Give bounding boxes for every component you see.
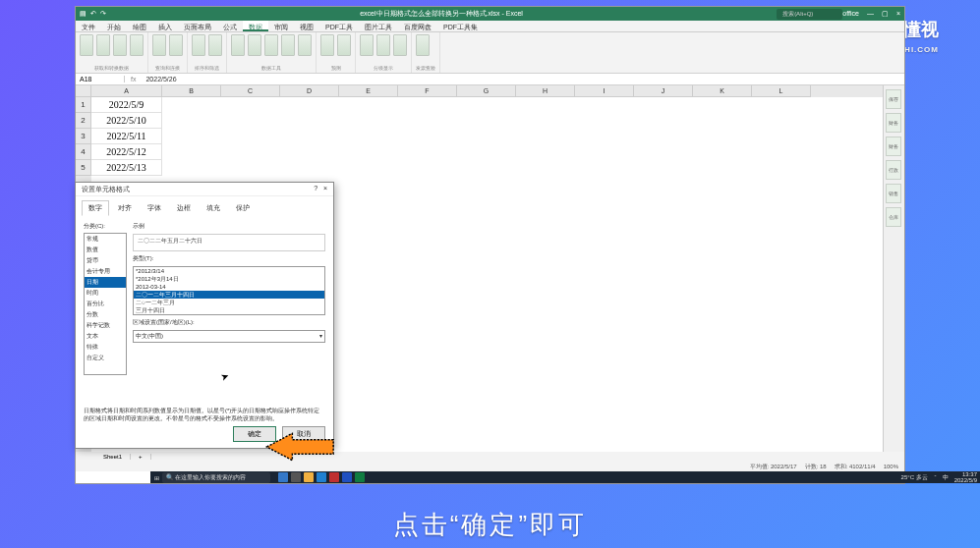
weather[interactable]: 25°C 多云 <box>901 473 928 482</box>
col-header[interactable]: L <box>752 85 811 97</box>
row-header[interactable]: 2 <box>76 113 91 129</box>
type-item-selected[interactable]: 二〇一二年三月十四日 <box>134 291 324 299</box>
tab-review[interactable]: 审阅 <box>268 21 294 31</box>
col-header[interactable]: D <box>280 85 339 97</box>
taskbar-search[interactable]: 🔍 在这里输入你要搜索的内容 <box>162 472 270 483</box>
minimize-icon[interactable]: — <box>867 10 874 18</box>
validation-icon[interactable] <box>281 34 295 56</box>
dialog-close-icon[interactable]: × <box>323 185 327 192</box>
undo-icon[interactable]: ↶ <box>90 10 96 18</box>
type-item[interactable]: 三月十四日 <box>134 306 324 314</box>
col-header[interactable]: I <box>575 85 634 97</box>
zoom-level[interactable]: 100% <box>884 464 898 469</box>
sheet-tab[interactable]: Sheet1 <box>95 454 131 460</box>
col-header[interactable]: H <box>516 85 575 97</box>
cell-a4[interactable]: 2022/5/12 <box>91 144 162 160</box>
clock-date[interactable]: 2022/5/9 <box>954 477 977 483</box>
cell-a2[interactable]: 2022/5/10 <box>91 113 162 129</box>
remove-dup-icon[interactable] <box>264 34 278 56</box>
row-header[interactable]: 1 <box>76 97 91 113</box>
get-data-icon[interactable] <box>80 34 93 56</box>
record-icon[interactable] <box>329 472 339 482</box>
category-item[interactable]: 百分比 <box>85 299 126 309</box>
from-web-icon[interactable] <box>113 34 127 56</box>
tab-fill[interactable]: 填充 <box>200 200 227 216</box>
locale-select[interactable]: 中文(中国) ▾ <box>133 330 325 343</box>
type-item[interactable]: 2012-03-14 <box>134 283 324 291</box>
side-item[interactable]: 保存 <box>886 89 901 109</box>
ime-icon[interactable]: 中 <box>943 473 949 482</box>
category-item[interactable]: 自定义 <box>85 353 126 363</box>
row-header[interactable]: 4 <box>76 144 91 160</box>
app-icon[interactable] <box>342 472 352 482</box>
col-header[interactable]: C <box>221 85 280 97</box>
tab-view[interactable]: 视图 <box>294 21 319 31</box>
ok-button[interactable]: 确定 <box>233 426 276 442</box>
cell-a1[interactable]: 2022/5/9 <box>91 97 162 113</box>
category-item[interactable]: 常规 <box>85 234 126 245</box>
forecast-icon[interactable] <box>337 34 351 56</box>
close-icon[interactable]: × <box>896 10 900 18</box>
tab-border[interactable]: 边框 <box>170 200 198 216</box>
type-list[interactable]: *2012/3/14 *2012年3月14日 2012-03-14 二〇一二年三… <box>133 266 325 315</box>
row-header[interactable]: 5 <box>76 160 91 176</box>
col-header[interactable]: A <box>91 85 162 97</box>
fx-icon[interactable]: fx <box>125 76 142 82</box>
cell-a5[interactable]: 2022/5/13 <box>91 160 162 176</box>
select-all[interactable] <box>76 85 91 97</box>
col-header[interactable]: E <box>339 85 398 97</box>
start-icon[interactable]: ⊞ <box>150 471 162 483</box>
refresh-icon[interactable] <box>152 34 166 56</box>
cell-a3[interactable]: 2022/5/11 <box>91 129 162 144</box>
from-text-icon[interactable] <box>96 34 110 56</box>
row-header[interactable]: 3 <box>76 129 91 144</box>
category-item[interactable]: 特殊 <box>85 342 126 353</box>
side-item[interactable]: 财务 <box>886 137 901 156</box>
category-item[interactable]: 数值 <box>85 245 126 255</box>
flash-fill-icon[interactable] <box>248 34 261 56</box>
name-box[interactable]: A18 <box>76 76 125 82</box>
tab-formulas[interactable]: 公式 <box>217 21 243 31</box>
side-item[interactable]: 财务 <box>886 113 901 133</box>
category-item-date[interactable]: 日期 <box>85 277 126 288</box>
col-header[interactable]: B <box>162 85 221 97</box>
col-header[interactable]: F <box>398 85 457 97</box>
tab-layout[interactable]: 页面布局 <box>178 21 217 31</box>
col-header[interactable]: K <box>693 85 752 97</box>
tab-protection[interactable]: 保护 <box>229 200 257 216</box>
tab-pdfset[interactable]: PDF工具集 <box>437 21 484 31</box>
invoice-icon[interactable] <box>416 34 430 56</box>
type-item[interactable]: 2012年3月14日 <box>134 314 324 315</box>
side-item[interactable]: 行政 <box>886 160 901 180</box>
ungroup-icon[interactable] <box>376 34 390 56</box>
type-item[interactable]: 二○一二年三月 <box>134 299 324 306</box>
col-header[interactable]: J <box>634 85 693 97</box>
category-item[interactable]: 科学记数 <box>85 320 126 331</box>
tab-alignment[interactable]: 对齐 <box>111 200 139 216</box>
side-item[interactable]: 仓库 <box>886 207 901 227</box>
save-icon[interactable]: ▤ <box>80 10 86 18</box>
task-view-icon[interactable] <box>291 472 301 482</box>
col-header[interactable]: G <box>457 85 516 97</box>
explorer-icon[interactable] <box>304 472 314 482</box>
filter-icon[interactable] <box>208 34 222 56</box>
tab-insert[interactable]: 插入 <box>152 21 178 31</box>
group-icon[interactable] <box>360 34 374 56</box>
excel-icon[interactable] <box>355 472 365 482</box>
whatif-icon[interactable] <box>320 34 334 56</box>
tray-up-icon[interactable]: ˄ <box>934 474 937 481</box>
category-item[interactable]: 货币 <box>85 255 126 266</box>
cortana-icon[interactable] <box>278 472 288 482</box>
tab-home[interactable]: 开始 <box>101 21 127 31</box>
category-item[interactable]: 文本 <box>85 331 126 342</box>
category-item[interactable]: 分数 <box>85 309 126 320</box>
maximize-icon[interactable]: ▢ <box>882 10 889 18</box>
tab-data[interactable]: 数据 <box>243 21 268 31</box>
formula-input[interactable]: 2022/5/26 <box>142 76 904 82</box>
edge-icon[interactable] <box>317 472 326 482</box>
consolidate-icon[interactable] <box>298 34 312 56</box>
text-to-cols-icon[interactable] <box>231 34 245 56</box>
type-item[interactable]: *2012年3月14日 <box>134 275 324 283</box>
side-item[interactable]: 销售 <box>886 184 901 203</box>
cancel-button[interactable]: 取消 <box>282 426 325 442</box>
